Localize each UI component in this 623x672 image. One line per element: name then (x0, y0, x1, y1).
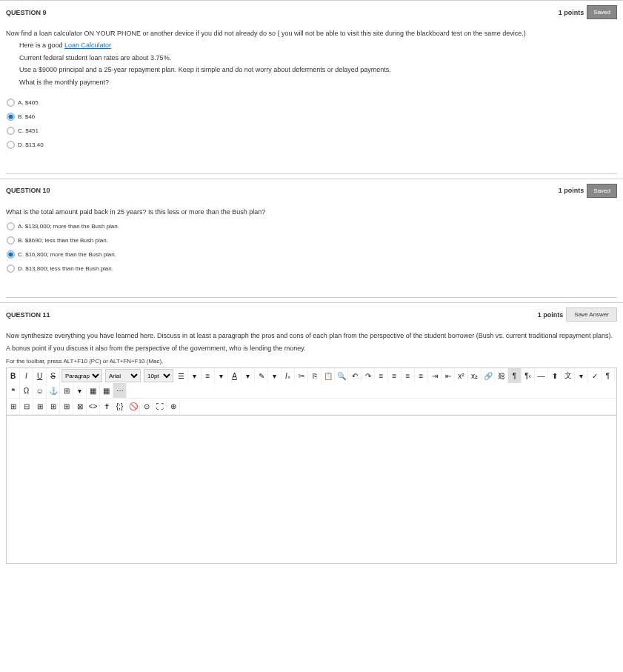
question-9: QUESTION 9 1 points Saved Now find a loa… (0, 0, 623, 169)
q10-option-a[interactable]: A. $138,000; more than the Bush plan. (6, 222, 617, 231)
emoji-button[interactable]: ☺ (33, 383, 47, 398)
question-11: QUESTION 11 1 points Save Answer Now syn… (0, 302, 623, 579)
anchor-button[interactable]: ⚓ (47, 383, 60, 398)
quote-button[interactable]: ❝ (7, 383, 20, 398)
q10-option-b[interactable]: B. $8690; less than the Bush plan. (6, 236, 617, 245)
toolbar-hint: For the toolbar, press ALT+F10 (PC) or A… (6, 358, 617, 365)
q9-option-a[interactable]: A. $405 (6, 98, 617, 107)
q9-radio-d[interactable] (7, 141, 14, 148)
bullet-list-button[interactable]: ☰ (175, 368, 188, 383)
q9-radio-b[interactable] (7, 113, 14, 120)
ltr-button[interactable]: ¶ (508, 368, 522, 383)
clock-button[interactable]: ⊙ (140, 399, 153, 414)
question-11-title: QUESTION 11 (6, 311, 50, 319)
outdent-button[interactable]: ⇤ (442, 368, 455, 383)
clear-format-button[interactable]: Iₓ (281, 368, 295, 383)
question-11-body: Now synthesize everything you have learn… (6, 330, 617, 353)
question-9-options: A. $405 B. $46 C. $451 D. $13.40 (6, 98, 617, 150)
indent-button[interactable]: ⇥ (428, 368, 442, 383)
subscript-button[interactable]: x₂ (468, 368, 482, 383)
q10-radio-b[interactable] (7, 237, 14, 244)
hr-button[interactable]: — (535, 368, 548, 383)
col-button[interactable]: ⊞ (60, 399, 73, 414)
question-9-body: Now find a loan calculator ON YOUR PHONE… (6, 28, 617, 87)
link-button[interactable]: 🔗 (482, 368, 495, 383)
q10-option-d[interactable]: D. $13,800; less than the Bush plan. (6, 264, 617, 273)
align-justify-button[interactable]: ≡ (415, 368, 428, 383)
chevron-down-icon[interactable]: ▾ (241, 368, 255, 383)
cut-button[interactable]: ✂ (295, 368, 308, 383)
grid-button[interactable]: ▦ (87, 383, 100, 398)
code-button[interactable]: <> (87, 399, 100, 414)
numbered-list-button[interactable]: ≡ (201, 368, 215, 383)
highlight-button[interactable]: ✎ (255, 368, 268, 383)
italic-button[interactable]: I (20, 368, 33, 383)
grid2-button[interactable]: ▦ (100, 383, 113, 398)
paragraph-select[interactable]: Paragraph (61, 369, 102, 382)
q9-option-d[interactable]: D. $13.40 (6, 140, 617, 150)
question-10-title: QUESTION 10 (6, 187, 50, 194)
text-color-button[interactable]: A (228, 368, 241, 383)
check-button[interactable]: ✓ (588, 368, 602, 383)
question-9-header: QUESTION 9 1 points Saved (6, 5, 617, 19)
toolbar-row-2: ⊞ ⊟ ⊞ ⊞ ⊞ ⊠ <> ✝ {;} 🚫 ⊙ ⛶ ⊕ (7, 399, 616, 415)
strikethrough-button[interactable]: S (47, 368, 60, 383)
question-9-title: QUESTION 9 (6, 9, 47, 16)
no-button[interactable]: 🚫 (127, 399, 140, 414)
font-select[interactable]: Arial (105, 369, 141, 382)
question-11-save-answer-button[interactable]: Save Answer (566, 307, 617, 322)
lang-button[interactable]: 文 (562, 368, 575, 383)
align-left-button[interactable]: ≡ (375, 368, 388, 383)
question-10-saved-button[interactable]: Saved (587, 184, 617, 198)
font-size-select[interactable]: 10pt (144, 369, 173, 382)
q11-text-line1: Now synthesize everything you have learn… (6, 330, 617, 341)
upload-button[interactable]: ⬆ (548, 368, 562, 383)
q9-text-line1: Now find a loan calculator ON YOUR PHONE… (6, 28, 617, 39)
more-button[interactable]: ⋯ (113, 383, 127, 398)
superscript-button[interactable]: x² (455, 368, 468, 383)
question-11-points: 1 points (538, 311, 564, 319)
chevron-down-icon[interactable]: ▾ (575, 368, 588, 383)
question-9-saved-button[interactable]: Saved (587, 5, 617, 19)
chevron-down-icon[interactable]: ▾ (215, 368, 228, 383)
accessibility-button[interactable]: ✝ (100, 399, 113, 414)
chevron-down-icon[interactable]: ▾ (188, 368, 201, 383)
q9-text-line4: Use a $9000 principal and a 25-year repa… (6, 64, 617, 75)
align-right-button[interactable]: ≡ (402, 368, 415, 383)
q9-option-c[interactable]: C. $451 (6, 126, 617, 136)
omega-button[interactable]: Ω (20, 383, 33, 398)
codeblock-button[interactable]: {;} (113, 399, 127, 414)
find-button[interactable]: 🔍 (335, 368, 348, 383)
loan-calculator-link[interactable]: Loan Calculator (64, 41, 111, 49)
row-button[interactable]: ⊞ (47, 399, 60, 414)
q9-radio-a[interactable] (7, 99, 14, 106)
bold-button[interactable]: B (7, 368, 20, 383)
split-button[interactable]: ⊞ (33, 399, 47, 414)
divider-2 (6, 297, 617, 298)
del-button[interactable]: ⊠ (73, 399, 87, 414)
chevron-down-icon[interactable]: ▾ (268, 368, 281, 383)
pilcrow-button[interactable]: ¶ (602, 368, 615, 383)
copy-button[interactable]: ⎘ (308, 368, 322, 383)
q9-option-b[interactable]: B. $46 (6, 112, 617, 122)
q9-text-line3: Current federal student loan rates are a… (6, 53, 617, 63)
editor-textarea[interactable] (6, 416, 617, 564)
chevron-down-icon[interactable]: ▾ (73, 383, 87, 398)
unlink-button[interactable]: ⛓ (495, 368, 508, 383)
undo-button[interactable]: ↶ (348, 368, 362, 383)
rtl-button[interactable]: ¶‹ (522, 368, 535, 383)
plus-button[interactable]: ⊕ (167, 399, 180, 414)
align-center-button[interactable]: ≡ (388, 368, 402, 383)
expand-button[interactable]: ⛶ (153, 399, 167, 414)
underline-button[interactable]: U (33, 368, 47, 383)
q10-radio-d[interactable] (7, 265, 14, 273)
q10-radio-c[interactable] (7, 251, 14, 259)
q10-option-c[interactable]: C. $16,800; more than the Bush plan. (6, 250, 617, 259)
merge-button[interactable]: ⊟ (20, 399, 33, 414)
q9-radio-c[interactable] (7, 127, 14, 134)
table-button[interactable]: ⊞ (60, 383, 73, 398)
cell-button[interactable]: ⊞ (7, 399, 20, 414)
q10-radio-a[interactable] (7, 223, 14, 230)
redo-button[interactable]: ↷ (362, 368, 375, 383)
paste-button[interactable]: 📋 (322, 368, 335, 383)
